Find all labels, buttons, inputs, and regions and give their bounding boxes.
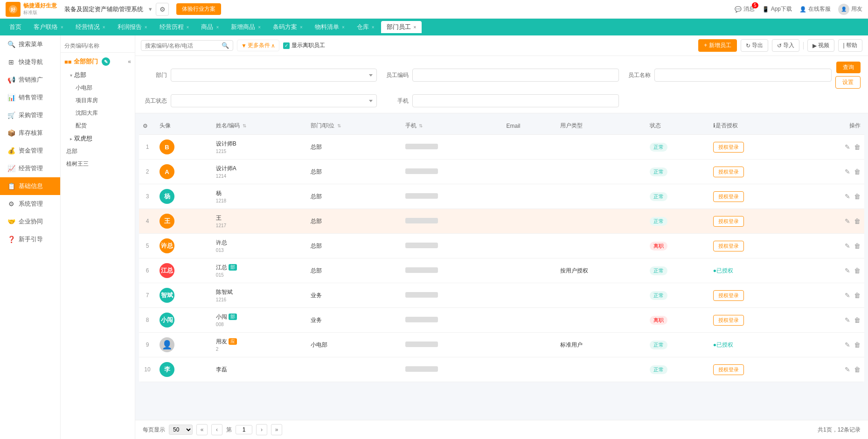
close-operation-icon[interactable]: × <box>103 25 105 30</box>
dept-filter-select[interactable] <box>171 69 377 82</box>
delete-icon[interactable]: 🗑 <box>854 242 861 250</box>
sidebar-item-corp[interactable]: 🤝 企业协同 <box>0 213 60 230</box>
delete-icon[interactable]: 🗑 <box>854 143 861 151</box>
dept-sort-icon[interactable]: ⇅ <box>337 123 341 128</box>
app-download-button[interactable]: 📱 App下载 <box>762 5 792 13</box>
close-bom-icon[interactable]: × <box>342 25 345 30</box>
close-department-icon[interactable]: × <box>414 25 417 30</box>
sidebar-item-basic[interactable]: 📋 基础信息 <box>0 177 60 195</box>
sidebar-item-guide[interactable]: ❓ 新手引导 <box>0 230 60 248</box>
auth-login-button[interactable]: 授权登录 <box>713 290 744 301</box>
last-page-button[interactable]: » <box>271 424 282 435</box>
tab-goods[interactable]: 商品× <box>195 21 224 33</box>
export-button[interactable]: ↻ 导出 <box>741 39 768 52</box>
edit-icon[interactable]: ✎ <box>845 341 850 348</box>
add-employee-button[interactable]: + 新增员工 <box>698 39 736 52</box>
show-resigned-toggle[interactable]: ✓ 显示离职员工 <box>283 42 325 49</box>
close-profit-icon[interactable]: × <box>145 25 147 30</box>
auth-login-button[interactable]: 授权登录 <box>713 142 744 153</box>
prev-page-button[interactable]: ‹ <box>211 424 222 435</box>
user-button[interactable]: 👤 用友 <box>838 4 862 15</box>
delete-icon[interactable]: 🗑 <box>854 292 861 299</box>
trial-button[interactable]: 体验行业方案 <box>176 3 221 15</box>
sidebar-item-purchase[interactable]: 🛒 采购管理 <box>0 106 60 124</box>
auth-login-button[interactable]: 授权登录 <box>713 364 744 375</box>
auth-login-button[interactable]: 授权登录 <box>713 315 744 326</box>
col-settings[interactable]: ⚙ <box>139 117 156 135</box>
tab-bom[interactable]: 物料清单× <box>309 21 350 33</box>
filter-search-icon[interactable]: 🔍 <box>222 42 229 49</box>
show-resigned-checkbox[interactable]: ✓ <box>283 42 290 49</box>
dept-item-xiaodianbai[interactable]: 小电部 <box>66 82 135 94</box>
auth-login-button[interactable]: 授权登录 <box>713 241 744 251</box>
sidebar-item-sales[interactable]: 📊 销售管理 <box>0 89 60 106</box>
sidebar-item-shortcut[interactable]: ⊞ 快捷导航 <box>0 53 60 71</box>
delete-icon[interactable]: 🗑 <box>854 316 861 324</box>
tab-add-goods[interactable]: 新增商品× <box>225 21 266 33</box>
filter-search-input[interactable] <box>145 42 220 49</box>
dept-search-input[interactable] <box>64 42 134 49</box>
tab-home[interactable]: 首页 <box>4 21 27 33</box>
dept-header[interactable]: ■■ 全部部门 ✎ « <box>61 55 135 69</box>
sidebar-item-system[interactable]: ⚙ 系统管理 <box>0 195 60 213</box>
dept-edit-icon[interactable]: ✎ <box>102 57 110 66</box>
dept-group-title-zongbu[interactable]: ▾ 总部 <box>66 69 135 82</box>
message-button[interactable]: 💬 5 消息 <box>735 5 755 13</box>
edit-icon[interactable]: ✎ <box>845 143 850 151</box>
col-phone[interactable]: 手机 ⇅ <box>402 117 503 135</box>
col-name[interactable]: 姓名/编码 ⇅ <box>212 117 307 135</box>
edit-icon[interactable]: ✎ <box>845 168 850 175</box>
tab-warehouse[interactable]: 仓库× <box>351 21 380 33</box>
import-button[interactable]: ↺ 导入 <box>772 39 799 52</box>
sidebar-item-marketing[interactable]: 📢 营销推广 <box>0 71 60 89</box>
close-barcode-icon[interactable]: × <box>300 25 303 30</box>
edit-icon[interactable]: ✎ <box>845 267 850 274</box>
more-filter-button[interactable]: ▼ 更多条件 ∧ <box>237 40 279 51</box>
tab-operation[interactable]: 经营情况× <box>70 21 111 33</box>
dept-item-peihuo[interactable]: 配货 <box>66 119 135 132</box>
name-sort-icon[interactable]: ⇅ <box>243 123 246 128</box>
phone-filter-input[interactable] <box>412 94 618 107</box>
page-size-select[interactable]: 50 20 100 <box>169 425 193 435</box>
delete-icon[interactable]: 🗑 <box>854 341 861 348</box>
edit-icon[interactable]: ✎ <box>845 366 850 373</box>
close-goods-icon[interactable]: × <box>216 25 219 30</box>
first-page-button[interactable]: « <box>196 424 208 435</box>
tab-department[interactable]: 部门员工× <box>381 21 422 33</box>
edit-icon[interactable]: ✎ <box>845 292 850 299</box>
sidebar-item-search[interactable]: 🔍 搜索菜单 <box>0 35 60 53</box>
close-warehouse-icon[interactable]: × <box>372 25 375 30</box>
dept-item-zongbu[interactable]: 总部 <box>61 145 135 158</box>
delete-icon[interactable]: 🗑 <box>854 267 861 274</box>
dept-item-zhishu[interactable]: 植树王三 <box>61 158 135 170</box>
sidebar-item-finance[interactable]: 💰 资金管理 <box>0 142 60 160</box>
dept-item-shenyang[interactable]: 沈阳大库 <box>66 107 135 119</box>
help-button[interactable]: | 帮助 <box>838 39 862 52</box>
sidebar-item-inventory[interactable]: 📦 库存核算 <box>0 124 60 142</box>
close-history-icon[interactable]: × <box>187 25 189 30</box>
delete-icon[interactable]: 🗑 <box>854 168 861 175</box>
edit-icon[interactable]: ✎ <box>845 242 850 250</box>
next-page-button[interactable]: › <box>256 424 267 435</box>
close-customer-icon[interactable]: × <box>61 25 63 30</box>
phone-sort-icon[interactable]: ⇅ <box>419 123 423 128</box>
settings-button[interactable]: ⚙ <box>156 3 169 16</box>
auth-login-button[interactable]: 授权登录 <box>713 167 744 177</box>
tab-barcode[interactable]: 条码方案× <box>267 21 308 33</box>
col-dept[interactable]: 部门/职位 ⇅ <box>307 117 402 135</box>
edit-icon[interactable]: ✎ <box>845 217 850 225</box>
page-input[interactable] <box>236 425 252 434</box>
tab-customer[interactable]: 客户联络× <box>28 21 69 33</box>
dept-group-title-shuanghu[interactable]: ▸ 双虎想 <box>66 132 135 145</box>
tab-profit[interactable]: 利润报告× <box>112 21 153 33</box>
edit-icon[interactable]: ✎ <box>845 316 850 324</box>
close-add-goods-icon[interactable]: × <box>258 25 261 30</box>
dept-collapse-icon[interactable]: « <box>128 58 131 65</box>
emp-code-filter-input[interactable] <box>412 69 618 82</box>
online-service-button[interactable]: 👤 在线客服 <box>799 5 831 13</box>
tab-history[interactable]: 经营历程× <box>154 21 195 33</box>
system-dropdown-icon[interactable]: ▾ <box>149 6 152 13</box>
delete-icon[interactable]: 🗑 <box>854 366 861 373</box>
delete-icon[interactable]: 🗑 <box>854 193 861 200</box>
auth-login-button[interactable]: 授权登录 <box>713 191 744 202</box>
